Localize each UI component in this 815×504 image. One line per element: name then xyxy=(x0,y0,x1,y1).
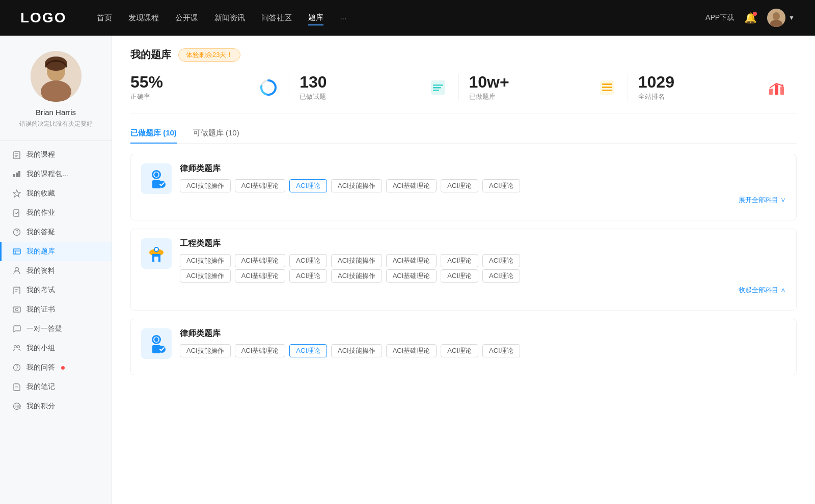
svg-rect-47 xyxy=(780,87,784,95)
sidebar-item-my-collect[interactable]: 我的收藏 xyxy=(0,184,112,203)
tab-available-banks[interactable]: 可做题库 (10) xyxy=(193,128,239,143)
nav-open-course[interactable]: 公开课 xyxy=(175,11,198,25)
tag-eng-r1-0[interactable]: ACI技能操作 xyxy=(180,254,231,267)
sidebar-label-my-qa: 我的答疑 xyxy=(26,228,55,237)
tag-lawyer2-3[interactable]: ACI技能操作 xyxy=(331,344,382,357)
sidebar-item-my-question[interactable]: ? 我的问答 xyxy=(0,358,112,377)
main-content: 我的题库 体验剩余23天！ 55% 正确率 xyxy=(112,36,815,504)
tag-eng-r2-2[interactable]: ACI理论 xyxy=(289,269,327,283)
sidebar-item-my-homework[interactable]: 我的作业 xyxy=(0,203,112,222)
sidebar-item-my-qbank[interactable]: 我的题库 xyxy=(0,242,112,261)
tag-lawyer2-0[interactable]: ACI技能操作 xyxy=(180,344,231,357)
tab-done-banks[interactable]: 已做题库 (10) xyxy=(130,128,177,143)
tag-eng-r2-4[interactable]: ACI基础理论 xyxy=(386,269,437,283)
stat-accuracy: 55% 正确率 xyxy=(130,74,289,101)
tag-lawyer1-4[interactable]: ACI基础理论 xyxy=(386,179,437,192)
tag-eng-r1-5[interactable]: ACI理论 xyxy=(441,254,478,267)
svg-text:?: ? xyxy=(16,365,19,371)
main-nav: 首页 发现课程 公开课 新闻资讯 问答社区 题库 ··· xyxy=(97,11,705,25)
tag-lawyer2-2[interactable]: ACI理论 xyxy=(289,344,327,357)
sidebar-item-my-group[interactable]: 我的小组 xyxy=(0,339,112,358)
tag-lawyer2-5[interactable]: ACI理论 xyxy=(441,344,478,357)
sidebar-label-my-homework: 我的作业 xyxy=(26,208,55,217)
stat-done-banks: 10w+ 已做题库 xyxy=(459,74,628,101)
tag-lawyer2-6[interactable]: ACI理论 xyxy=(482,344,520,357)
tag-eng-r1-4[interactable]: ACI基础理论 xyxy=(386,254,437,267)
tag-lawyer1-2[interactable]: ACI理论 xyxy=(289,179,327,192)
notification-bell[interactable]: 🔔 xyxy=(744,12,757,24)
svg-point-28 xyxy=(17,346,20,348)
tag-lawyer1-6[interactable]: ACI理论 xyxy=(482,179,520,192)
sidebar-item-my-profile[interactable]: 我的资料 xyxy=(0,261,112,281)
sidebar-item-my-note[interactable]: 我的笔记 xyxy=(0,377,112,397)
app-download-button[interactable]: APP下载 xyxy=(705,13,734,22)
sidebar-item-one-on-one[interactable]: 一对一答疑 xyxy=(0,319,112,339)
tag-eng-r1-6[interactable]: ACI理论 xyxy=(482,254,520,267)
homework-icon xyxy=(12,208,21,217)
stat-done-banks-value: 10w+ xyxy=(469,74,591,90)
qbank-header-engineer: 工程类题库 ACI技能操作 ACI基础理论 ACI理论 ACI技能操作 ACI基… xyxy=(141,238,786,295)
tag-lawyer1-3[interactable]: ACI技能操作 xyxy=(331,179,382,192)
nav-more[interactable]: ··· xyxy=(340,12,346,24)
tag-eng-r1-3[interactable]: ACI技能操作 xyxy=(331,254,382,267)
qbank-icon xyxy=(12,247,21,256)
nav-home[interactable]: 首页 xyxy=(97,11,112,25)
sidebar-item-my-package[interactable]: 我的课程包... xyxy=(0,164,112,184)
page-title-row: 我的题库 体验剩余23天！ xyxy=(130,48,797,62)
tag-eng-r2-5[interactable]: ACI理论 xyxy=(441,269,478,283)
profile-name: Brian Harris xyxy=(36,108,76,117)
tag-eng-r1-1[interactable]: ACI基础理论 xyxy=(235,254,286,267)
tag-eng-r1-2[interactable]: ACI理论 xyxy=(289,254,327,267)
nav-discover[interactable]: 发现课程 xyxy=(128,11,159,25)
sidebar-label-my-cert: 我的证书 xyxy=(26,305,55,314)
tag-eng-r2-1[interactable]: ACI基础理论 xyxy=(235,269,286,283)
tag-lawyer1-0[interactable]: ACI技能操作 xyxy=(180,179,231,192)
tag-lawyer2-4[interactable]: ACI基础理论 xyxy=(386,344,437,357)
sidebar-item-my-qa[interactable]: ? 我的答疑 xyxy=(0,222,112,242)
tags-row-lawyer-1: ACI技能操作 ACI基础理论 ACI理论 ACI技能操作 ACI基础理论 AC… xyxy=(180,179,786,192)
stat-ranking-icon xyxy=(766,77,786,98)
qbank-section-lawyer-1: 律师类题库 ACI技能操作 ACI基础理论 ACI理论 ACI技能操作 ACI基… xyxy=(130,154,797,220)
nav-news[interactable]: 新闻资讯 xyxy=(214,11,245,25)
avatar xyxy=(767,9,785,27)
collapse-link-engineer[interactable]: 收起全部科目 ∧ xyxy=(180,286,786,295)
tag-eng-r2-6[interactable]: ACI理论 xyxy=(482,269,520,283)
user-avatar-wrap[interactable]: ▼ xyxy=(767,9,795,27)
sidebar-label-my-qbank: 我的题库 xyxy=(26,247,55,256)
profile-motto: 错误的决定比没有决定要好 xyxy=(19,120,93,128)
sidebar-menu: 我的课程 我的课程包... 我的收藏 我的作业 xyxy=(0,145,112,416)
tag-eng-r2-3[interactable]: ACI技能操作 xyxy=(331,269,382,283)
sidebar-item-my-course[interactable]: 我的课程 xyxy=(0,145,112,164)
stat-done-banks-icon xyxy=(597,77,617,98)
qbank-icon-lawyer-1 xyxy=(141,163,172,194)
stat-done-questions-text: 130 已做试题 xyxy=(300,74,421,101)
tag-lawyer1-5[interactable]: ACI理论 xyxy=(441,179,478,192)
points-icon: 积分 xyxy=(12,402,21,411)
sidebar-label-my-question: 我的问答 xyxy=(26,363,55,372)
chevron-down-icon: ▼ xyxy=(789,14,795,21)
expand-link-lawyer-1[interactable]: 展开全部科目 ∨ xyxy=(180,195,786,205)
stat-ranking-text: 1029 全站排名 xyxy=(638,74,760,101)
svg-point-27 xyxy=(14,346,17,348)
sidebar-item-my-points[interactable]: 积分 我的积分 xyxy=(0,397,112,416)
tag-eng-r2-0[interactable]: ACI技能操作 xyxy=(180,269,231,283)
qbank-section-engineer: 工程类题库 ACI技能操作 ACI基础理论 ACI理论 ACI技能操作 ACI基… xyxy=(130,229,797,311)
qbank-header-lawyer-2: 律师类题库 ACI技能操作 ACI基础理论 ACI理论 ACI技能操作 ACI基… xyxy=(141,328,786,359)
qbank-body-lawyer-2: 律师类题库 ACI技能操作 ACI基础理论 ACI理论 ACI技能操作 ACI基… xyxy=(180,328,786,359)
nav-qa[interactable]: 问答社区 xyxy=(261,11,292,25)
question-dot-badge xyxy=(61,366,65,370)
svg-rect-12 xyxy=(16,173,18,177)
sidebar-item-my-exam[interactable]: 我的考试 xyxy=(0,281,112,300)
stat-done-banks-text: 10w+ 已做题库 xyxy=(469,74,591,101)
sidebar: Brian Harris 错误的决定比没有决定要好 我的课程 我的课程包... xyxy=(0,36,112,504)
stat-accuracy-text: 55% 正确率 xyxy=(130,74,252,101)
tag-lawyer1-1[interactable]: ACI基础理论 xyxy=(235,179,286,192)
sidebar-item-my-cert[interactable]: 我的证书 xyxy=(0,300,112,319)
tag-lawyer2-1[interactable]: ACI基础理论 xyxy=(235,344,286,357)
notification-badge xyxy=(753,12,757,16)
logo: LOGO xyxy=(20,10,66,26)
svg-rect-11 xyxy=(13,174,15,177)
stat-done-questions-icon xyxy=(428,77,448,98)
svg-point-51 xyxy=(154,173,158,177)
nav-qbank[interactable]: 题库 xyxy=(308,11,323,25)
